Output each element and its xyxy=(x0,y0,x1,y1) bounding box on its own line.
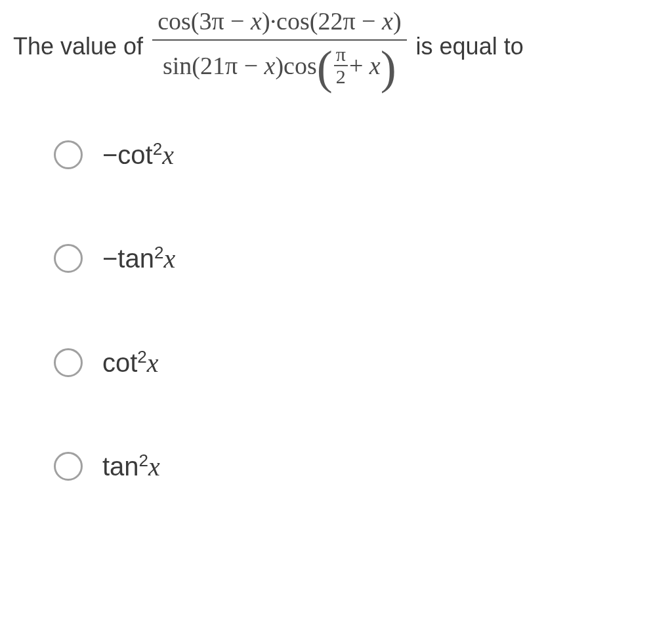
option-b[interactable]: −tan2x xyxy=(54,243,659,274)
option-d-label: tan2x xyxy=(102,451,160,482)
numerator: cos(3π − x)·cos(22π − x) xyxy=(152,7,406,41)
option-a[interactable]: −cot2x xyxy=(54,139,659,171)
radio-icon[interactable] xyxy=(54,348,83,377)
options-list: −cot2x −tan2x cot2x tan2x xyxy=(13,139,659,482)
expression-fraction: cos(3π − x)·cos(22π − x) sin(21π − x)cos… xyxy=(152,7,406,87)
option-c[interactable]: cot2x xyxy=(54,347,659,378)
denominator: sin(21π − x)cos ( π 2 + x ) xyxy=(158,41,402,87)
option-a-label: −cot2x xyxy=(102,139,174,171)
inner-fraction: π 2 xyxy=(334,45,348,87)
question-prompt: The value of cos(3π − x)·cos(22π − x) si… xyxy=(13,7,659,87)
option-c-label: cot2x xyxy=(102,347,159,378)
radio-icon[interactable] xyxy=(54,244,83,273)
question-suffix: is equal to xyxy=(416,33,524,60)
option-b-label: −tan2x xyxy=(102,243,175,274)
radio-icon[interactable] xyxy=(54,140,83,169)
question-prefix: The value of xyxy=(13,33,143,60)
radio-icon[interactable] xyxy=(54,452,83,481)
option-d[interactable]: tan2x xyxy=(54,451,659,482)
